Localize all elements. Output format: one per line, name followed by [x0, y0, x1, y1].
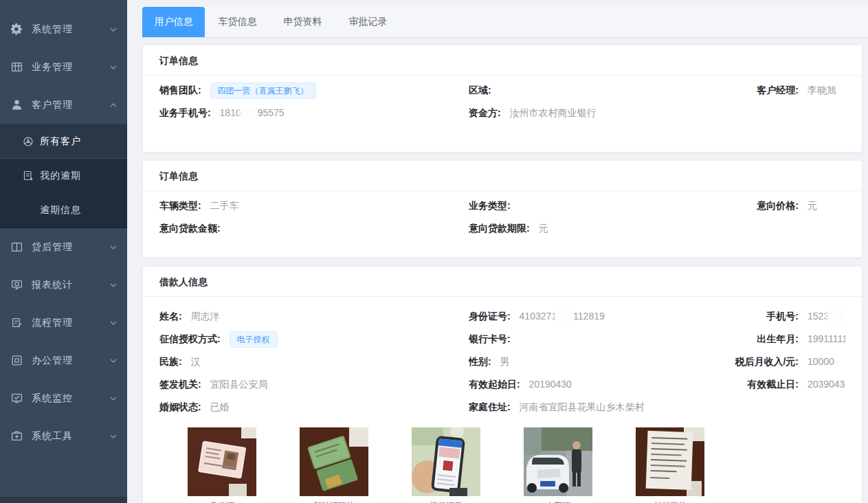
tab-user-info[interactable]: 用户信息 [142, 7, 205, 37]
handwritten-document-photo[interactable] [636, 427, 704, 496]
field-label: 客户经理: [730, 85, 799, 97]
intent-loan-term-field: 意向贷款期限: 元 [469, 223, 730, 235]
region-field: 区域: [469, 85, 730, 97]
marital-status-field: 婚姻状态: 已婚 [159, 401, 469, 414]
field-value-masked: 15238137 [808, 311, 845, 322]
ethnicity-field: 民族: 汉 [159, 356, 469, 368]
field-value: 汝州市农村商业银行 [510, 107, 597, 118]
field-value: 元 [539, 223, 548, 234]
card-title: 订单信息 [143, 161, 862, 191]
credit-auth-tag[interactable]: 电子授权 [230, 331, 278, 348]
chevron-down-icon [109, 281, 118, 289]
field-label: 签发机关: [159, 379, 201, 390]
chevron-down-icon [109, 357, 118, 365]
sidebar-nav: 系统管理 业务管理 客户管理 [0, 0, 127, 455]
sidebar-item-business-management[interactable]: 业务管理 [0, 48, 127, 86]
field-value: 二手车 [210, 200, 239, 211]
field-label: 税后月收入/元: [730, 356, 799, 368]
main-content: 用户信息 车贷信息 申贷资料 审批记录 订单信息 销售团队: 四团一营（直属王鹏… [127, 0, 868, 503]
photo-item: 材料照片 [636, 427, 704, 503]
sidebar-footer-bar [0, 497, 127, 503]
intent-price-field: 意向价格: 元 [730, 200, 845, 212]
sidebar-item-system-management[interactable]: 系统管理 [0, 10, 127, 48]
clipboard-icon [11, 317, 23, 328]
order-info-card-1: 订单信息 销售团队: 四团一营（直属王鹏飞） 区域: 客户经理: 李晓旭 业务手 [142, 45, 863, 153]
id-card-photo[interactable] [188, 427, 256, 496]
field-label: 意向贷款期限: [469, 223, 530, 234]
field-label: 业务类型: [469, 200, 511, 211]
person-with-car-photo[interactable] [524, 427, 592, 496]
birth-date-field: 出生年月: 19911111 [730, 333, 845, 346]
photo-caption: 材料照片 [636, 500, 704, 503]
monitor-icon [11, 279, 23, 291]
sidebar-item-customer-management[interactable]: 客户管理 [0, 86, 127, 124]
photo-item: 身份证 [188, 427, 256, 503]
field-label: 民族: [159, 356, 182, 367]
card-title: 借款人信息 [143, 267, 862, 297]
field-label: 性别: [469, 356, 491, 367]
green-booklet-photo[interactable] [300, 427, 368, 496]
blur-mask [557, 311, 573, 321]
sidebar-item-label: 贷后管理 [32, 241, 109, 254]
sidebar-item-all-customers[interactable]: 所有客户 [0, 124, 127, 159]
field-label: 征信授权方式: [159, 333, 221, 344]
field-value-masked: 181095575 [220, 107, 285, 118]
phone-qr-code-photo[interactable] [412, 427, 480, 496]
tab-approval-records[interactable]: 审批记录 [335, 7, 401, 37]
toolbox-icon [11, 430, 23, 442]
order-info-card-2: 订单信息 车辆类型: 二手车 业务类型: 意向价格: 元 意向贷款金额: [142, 160, 863, 258]
field-label: 有效截止日: [730, 379, 799, 391]
income-field: 税后月收入/元: 10000 [730, 356, 845, 368]
sales-team-tag[interactable]: 四团一营（直属王鹏飞） [210, 82, 316, 99]
sidebar-item-office-management[interactable]: 办公管理 [0, 342, 127, 379]
tab-car-loan-info[interactable]: 车贷信息 [205, 7, 270, 37]
sidebar-item-postloan-management[interactable]: 贷后管理 [0, 228, 127, 266]
book-icon [11, 241, 23, 253]
blur-mask [829, 311, 845, 321]
document-photos-row: 身份证 驾驶证照片 授权记录 人车照 [143, 418, 862, 503]
field-label: 业务手机号: [159, 107, 211, 118]
field-label: 身份证号: [469, 311, 511, 322]
field-label: 家庭住址: [469, 401, 511, 412]
field-label: 车辆类型: [159, 200, 201, 211]
photo-caption: 身份证 [188, 500, 256, 503]
field-value: 19911111 [808, 333, 845, 344]
mobile-phone-field: 手机号: 15238137 [730, 311, 845, 323]
gender-field: 性别: 男 [469, 356, 730, 368]
field-value: 河南省宜阳县花果山乡木柴村 [520, 401, 645, 412]
credit-auth-field: 征信授权方式: 电子授权 [159, 331, 469, 348]
field-value: 20190430 [529, 379, 572, 390]
field-value: 元 [808, 200, 817, 211]
field-value: 宜阳县公安局 [210, 379, 268, 390]
field-label: 有效起始日: [469, 379, 520, 390]
borrower-info-card: 借款人信息 姓名: 周志洋 身份证号: 4103271112819 手机号: 1… [142, 266, 863, 503]
issuing-authority-field: 签发机关: 宜阳县公安局 [159, 379, 469, 391]
sidebar-item-system-tools[interactable]: 系统工具 [0, 417, 127, 455]
intent-loan-amount-field: 意向贷款金额: [159, 223, 469, 235]
field-label: 婚姻状态: [159, 401, 201, 412]
sidebar-item-label: 办公管理 [32, 355, 109, 367]
sidebar-item-my-overdue[interactable]: 我的逾期 [0, 159, 127, 193]
sidebar-item-system-monitoring[interactable]: 系统监控 [0, 379, 127, 417]
customer-management-submenu: 所有客户 我的逾期 逾期信息 [0, 124, 127, 228]
field-label: 手机号: [730, 311, 799, 323]
field-value: 李晓旭 [808, 85, 836, 96]
sidebar-item-label: 报表统计 [32, 279, 109, 291]
grid-icon [11, 61, 23, 73]
detail-tabbar: 用户信息 车贷信息 申贷资料 审批记录 [142, 7, 868, 38]
sidebar-item-label: 系统管理 [32, 23, 109, 36]
field-label: 销售团队: [159, 85, 201, 96]
sidebar-item-label: 流程管理 [32, 317, 109, 329]
tab-loan-application-docs[interactable]: 申贷资料 [270, 7, 335, 37]
field-value: 已婚 [210, 401, 230, 412]
field-label: 意向贷款金额: [159, 223, 221, 234]
sidebar-item-overdue-info[interactable]: 逾期信息 [0, 193, 127, 227]
name-field: 姓名: 周志洋 [159, 311, 469, 323]
sidebar-item-process-management[interactable]: 流程管理 [0, 304, 127, 342]
bank-card-field: 银行卡号: [469, 333, 730, 346]
sidebar-item-report-statistics[interactable]: 报表统计 [0, 266, 127, 304]
chevron-down-icon [109, 319, 118, 327]
sidebar-item-label: 业务管理 [32, 61, 109, 74]
photo-item: 人车照 [524, 427, 592, 503]
id-number-field: 身份证号: 4103271112819 [469, 311, 730, 323]
